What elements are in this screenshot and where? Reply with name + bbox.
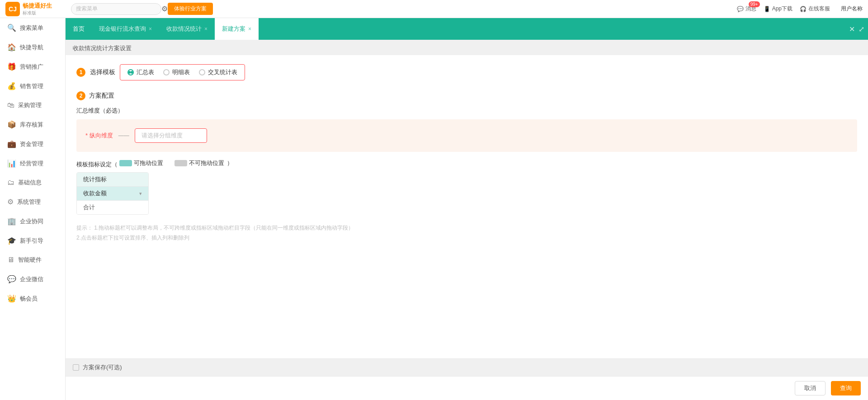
sidebar-item-label: 畅会员 <box>20 295 38 303</box>
settings-icon: ⚙ <box>7 198 14 206</box>
radio-detail-circle <box>163 69 170 75</box>
tab-bank-close[interactable]: × <box>149 26 152 32</box>
dimension-select[interactable]: 请选择分组维度 <box>135 128 207 143</box>
radio-cross[interactable]: 交叉统计表 <box>199 68 237 76</box>
radio-cross-label: 交叉统计表 <box>208 68 237 76</box>
tab-new-plan[interactable]: 新建方案 × <box>215 18 259 40</box>
search-icon: 🔍 <box>7 24 16 32</box>
sidebar-item-operation[interactable]: 📊 经营管理 <box>0 154 65 173</box>
sidebar-item-collab[interactable]: 🏢 企业协同 <box>0 212 65 231</box>
tab-bank-label: 现金银行流水查询 <box>99 25 146 33</box>
tab-home[interactable]: 首页 <box>66 18 92 40</box>
sidebar-item-hardware[interactable]: 🖥 智能硬件 <box>0 250 65 269</box>
sidebar-item-label: 快捷导航 <box>20 43 43 52</box>
sidebar-item-search[interactable]: 🔍 搜索菜单 <box>0 18 65 38</box>
fixed-legend-color <box>175 160 187 166</box>
tab-bank[interactable]: 现金银行流水查询 × <box>92 18 159 40</box>
logo-text: 畅捷通好生 <box>23 2 52 10</box>
tab-new-plan-close[interactable]: × <box>248 26 251 32</box>
dimension-row: * 纵向维度 —— 请选择分组维度 <box>85 128 848 143</box>
bag-icon: 🛍 <box>7 101 14 109</box>
sidebar-item-label: 新手引导 <box>20 237 43 245</box>
search-bar[interactable]: 搜索菜单 <box>71 3 161 15</box>
sidebar-item-quicknav[interactable]: 🏠 快捷导航 <box>0 38 65 57</box>
movable-legend-color <box>119 160 132 166</box>
trial-button[interactable]: 体验行业方案 <box>168 3 213 15</box>
sidebar-item-label: 智能硬件 <box>18 256 42 264</box>
cancel-button[interactable]: 取消 <box>795 381 826 395</box>
box-icon: 📦 <box>7 120 16 129</box>
sidebar-item-inventory[interactable]: 📦 库存核算 <box>0 115 65 134</box>
radio-summary-circle <box>127 69 134 75</box>
logo-abbr: CJ <box>9 5 17 13</box>
hint1: 提示： 1.拖动标题栏可以调整布局，不可跨维度或指标区域拖动栏目字段（只能在同一… <box>76 223 857 233</box>
sidebar-item-label: 销售管理 <box>20 82 43 90</box>
home-icon: 🏠 <box>7 43 16 52</box>
building-icon: 🏢 <box>7 217 16 226</box>
metrics-close-paren: ） <box>227 159 233 167</box>
sidebar: 🔍 搜索菜单 🏠 快捷导航 🎁 营销推广 💰 销售管理 🛍 采购管理 📦 库存核… <box>0 18 66 400</box>
step2-badge: 2 <box>76 91 85 100</box>
sidebar-item-purchase[interactable]: 🛍 采购管理 <box>0 96 65 115</box>
tab-bar: 首页 现金银行流水查询 × 收款情况统计 × 新建方案 × ✕ ⤢ <box>66 18 868 40</box>
radio-cross-circle <box>199 69 205 75</box>
gear-icon[interactable]: ⚙ <box>161 5 168 13</box>
content-area: 首页 现金银行流水查询 × 收款情况统计 × 新建方案 × ✕ ⤢ 收款情况统计… <box>66 18 868 400</box>
radio-detail[interactable]: 明细表 <box>163 68 190 76</box>
sidebar-item-label: 经营管理 <box>20 160 43 168</box>
tab-close-all-icon[interactable]: ✕ <box>849 25 855 33</box>
briefcase-icon: 💼 <box>7 140 16 148</box>
metrics-table: 统计指标 收款金额 ▾ 合计 <box>76 172 149 215</box>
tab-receipt-close[interactable]: × <box>204 26 208 32</box>
metrics-col1-row[interactable]: 收款金额 ▾ <box>77 186 148 200</box>
breadcrumb: 收款情况统计方案设置 <box>66 40 868 55</box>
sidebar-item-label: 资金管理 <box>20 140 43 148</box>
vertical-dim-label: * 纵向维度 <box>85 132 113 140</box>
tab-home-label: 首页 <box>73 25 85 33</box>
sidebar-item-wechat[interactable]: 💬 企业微信 <box>0 269 65 289</box>
sidebar-item-sales[interactable]: 💰 销售管理 <box>0 76 65 96</box>
sidebar-item-marketing[interactable]: 🎁 营销推广 <box>0 57 65 76</box>
metrics-col2-label: 合计 <box>83 204 95 211</box>
sidebar-item-label: 基础信息 <box>18 179 42 187</box>
metrics-col1-label: 收款金额 <box>83 189 107 198</box>
sidebar-item-system[interactable]: ⚙ 系统管理 <box>0 192 65 212</box>
user-name: 用户名称 <box>841 5 863 13</box>
metrics-label-sep <box>166 159 172 167</box>
hint-section: 提示： 1.拖动标题栏可以调整布局，不可跨维度或指标区域拖动栏目字段（只能在同一… <box>76 223 857 243</box>
dimension-arrow: —— <box>118 132 129 139</box>
message-button[interactable]: 💬 消息 99+ <box>737 5 756 13</box>
tab-expand-icon[interactable]: ⤢ <box>859 25 864 33</box>
download-icon: 📱 <box>764 6 770 12</box>
sidebar-item-guide[interactable]: 🎓 新手引导 <box>0 231 65 250</box>
chart-icon: 📊 <box>7 159 16 168</box>
query-button[interactable]: 查询 <box>831 381 861 395</box>
logo: CJ 畅捷通好生 标准版 <box>5 2 71 16</box>
radio-summary[interactable]: 汇总表 <box>127 68 154 76</box>
step1-label: 选择模板 <box>90 68 115 76</box>
sidebar-item-label: 企业协同 <box>20 217 43 226</box>
form-panel: 1 选择模板 汇总表 明细表 <box>66 55 868 358</box>
graduation-icon: 🎓 <box>7 236 16 245</box>
sidebar-item-basic[interactable]: 🗂 基础信息 <box>0 173 65 192</box>
fixed-legend: 不可拖动位置 <box>175 159 224 167</box>
download-button[interactable]: 📱 App下载 <box>764 5 793 13</box>
radio-detail-label: 明细表 <box>172 68 190 76</box>
main-layout: 🔍 搜索菜单 🏠 快捷导航 🎁 营销推广 💰 销售管理 🛍 采购管理 📦 库存核… <box>0 18 868 400</box>
metrics-col2-row: 合计 <box>77 200 148 214</box>
template-radio-group: 汇总表 明细表 交叉统计表 <box>120 64 245 80</box>
footer-save-checkbox[interactable] <box>73 364 79 371</box>
service-button[interactable]: 🎧 在线客服 <box>800 5 830 13</box>
fixed-label: 不可拖动位置 <box>189 159 224 167</box>
sidebar-item-finance[interactable]: 💼 资金管理 <box>0 134 65 154</box>
folder-icon: 🗂 <box>7 179 14 187</box>
tab-receipt[interactable]: 收款情况统计 × <box>159 18 215 40</box>
sidebar-item-member[interactable]: 👑 畅会员 <box>0 289 65 308</box>
sidebar-item-label: 营销推广 <box>20 63 43 71</box>
tab-new-plan-label: 新建方案 <box>222 25 245 33</box>
step1-row: 1 选择模板 汇总表 明细表 <box>76 64 857 80</box>
metrics-header-label: 统计指标 <box>83 175 107 184</box>
movable-label: 可拖动位置 <box>134 159 163 167</box>
sidebar-item-label: 采购管理 <box>18 101 42 109</box>
top-bar: CJ 畅捷通好生 标准版 搜索菜单 ⚙ 体验行业方案 💬 消息 99+ 📱 Ap… <box>0 0 868 18</box>
